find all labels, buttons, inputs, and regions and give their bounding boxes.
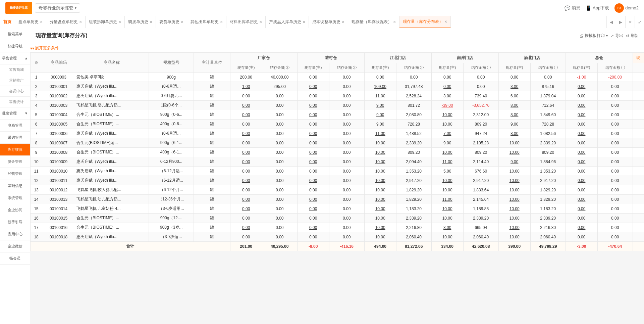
td-yubei-qty[interactable]: 10.00 <box>498 176 530 185</box>
td-lujiao-qty[interactable]: 0.00 <box>297 195 329 204</box>
td-jiangbei-qty[interactable]: 11.00 <box>364 91 396 101</box>
sidebar-item-enterprise[interactable]: 企业协同 <box>0 204 30 216</box>
sidebar-item-app-center[interactable]: 应用中心 <box>0 228 30 240</box>
td-fact-qty[interactable]: 0.00 <box>230 214 262 223</box>
td-fact-qty[interactable]: 0.00 <box>230 91 262 101</box>
sidebar-item-search[interactable]: 搜索英单 <box>0 28 30 40</box>
sidebar-item-finance[interactable]: 资金管理 <box>0 156 30 168</box>
td-lujiao-qty[interactable]: 0.00 <box>297 185 329 195</box>
td-fact-qty[interactable]: 0.00 <box>230 120 262 129</box>
td-lujiao-qty[interactable]: 0.00 <box>297 120 329 129</box>
close-icon[interactable]: ✕ <box>181 20 183 24</box>
td-yubei-qty[interactable]: 10.00 <box>498 167 530 176</box>
tab-product-in[interactable]: 产成品入库单历史 ✕ <box>266 16 309 28</box>
td-yubei-qty[interactable]: 8.00 <box>498 110 530 120</box>
sidebar-item-retail-store[interactable]: 零售商城 <box>0 64 30 75</box>
close-icon[interactable]: ✕ <box>444 20 447 24</box>
td-nanan-qty[interactable]: 10.00 <box>431 148 463 157</box>
sidebar-item-inventory[interactable]: 库存核算 <box>0 144 30 156</box>
td-total-qty[interactable]: 0.00 <box>566 82 597 91</box>
sidebar-item-operations[interactable]: 经营管理 <box>0 168 30 180</box>
td-jiangbei-qty[interactable]: 109.00 <box>364 82 396 91</box>
td-total-qty[interactable]: 0.00 <box>566 91 597 101</box>
td-fact-qty[interactable]: 0.00 <box>230 195 262 204</box>
td-jiangbei-qty[interactable]: 10.00 <box>364 157 396 167</box>
td-jiangbei-qty[interactable]: 10.00 <box>364 185 396 195</box>
nav-prev-btn[interactable]: ◀ <box>606 16 616 28</box>
td-nanan-qty[interactable]: 10.00 <box>431 110 463 120</box>
td-lujiao-qty[interactable]: 0.00 <box>297 176 329 185</box>
td-jiangbei-qty[interactable]: 9.00 <box>364 120 396 129</box>
td-total-qty[interactable]: 0.00 <box>566 223 597 232</box>
sidebar-item-retail-mgmt[interactable]: 零售管理 ▲ <box>0 52 30 64</box>
td-lujiao-qty[interactable]: 0.00 <box>297 223 329 232</box>
td-nanan-qty[interactable]: 0.00 <box>431 82 463 91</box>
td-jiangbei-qty[interactable]: 9.00 <box>364 110 396 120</box>
td-jiangbei-qty[interactable]: 10.00 <box>364 138 396 148</box>
td-nanan-qty[interactable]: 0.00 <box>431 73 463 82</box>
close-icon[interactable]: ✕ <box>150 20 152 24</box>
td-yubei-qty[interactable]: 9.00 <box>498 157 530 167</box>
tab-material-out[interactable]: 材料出库单历史 ✕ <box>226 16 266 28</box>
nav-next-btn[interactable]: ▶ <box>616 16 625 28</box>
td-jiangbei-qty[interactable]: 10.00 <box>364 232 396 242</box>
sidebar-item-system[interactable]: 系统管理 <box>0 192 30 204</box>
sidebar-item-purchase[interactable]: 采购管理 <box>0 132 30 144</box>
td-nanan-qty[interactable]: 11.00 <box>431 195 463 204</box>
td-nanan-qty[interactable]: 10.00 <box>431 120 463 129</box>
td-yubei-qty[interactable]: 0.00 <box>498 73 530 82</box>
td-total-qty[interactable]: 0.00 <box>566 195 597 204</box>
tab-diaopo[interactable]: 调拨单历史 ✕ <box>125 16 156 28</box>
close-icon[interactable]: ✕ <box>393 20 396 24</box>
tab-zuzhuan[interactable]: 组装拆卸单历史 ✕ <box>86 16 125 28</box>
td-total-qty[interactable]: 0.00 <box>566 157 597 167</box>
td-jiangbei-qty[interactable]: 10.00 <box>364 204 396 214</box>
td-nanan-qty[interactable]: 10.00 <box>431 232 463 242</box>
td-nanan-qty[interactable]: 7.00 <box>431 129 463 138</box>
tab-inventory-dist[interactable]: 现存量（库存分布表） ✕ <box>399 16 451 28</box>
td-total-qty[interactable]: 0.00 <box>566 138 597 148</box>
td-lujiao-qty[interactable]: 0.00 <box>297 148 329 157</box>
td-fact-qty[interactable]: 0.00 <box>230 185 262 195</box>
print-btn[interactable]: 🖨 按模板打印 ▾ <box>579 33 608 39</box>
td-yubei-qty[interactable]: 8.00 <box>498 101 530 110</box>
td-total-qty[interactable]: 0.00 <box>566 214 597 223</box>
td-fact-qty[interactable]: 0.00 <box>230 204 262 214</box>
close-icon[interactable]: ✕ <box>40 20 43 24</box>
nav-expand-btn[interactable]: ⤢ <box>635 16 644 28</box>
close-icon[interactable]: ✕ <box>259 20 262 24</box>
td-lujiao-qty[interactable]: 0.00 <box>297 73 329 82</box>
tab-fenpandian[interactable]: 分量盘点单历史 ✕ <box>46 16 86 28</box>
td-total-qty[interactable]: 0.00 <box>566 129 597 138</box>
td-total-qty[interactable]: 0.00 <box>566 232 597 242</box>
td-lujiao-qty[interactable]: 0.00 <box>297 138 329 148</box>
sidebar-item-basic-info[interactable]: 基础信息 <box>0 180 30 192</box>
close-icon[interactable]: ✕ <box>118 20 121 24</box>
td-nanan-qty[interactable]: 5.00 <box>431 167 463 176</box>
industry-selector[interactable]: 母婴行业演示陈套 ▾ <box>35 3 80 13</box>
td-nanan-qty[interactable]: 11.00 <box>431 157 463 167</box>
td-total-qty[interactable]: 0.00 <box>566 110 597 120</box>
sidebar-item-nav[interactable]: 快捷导航 <box>0 40 30 52</box>
tab-other-out[interactable]: 其他出库单历史 ✕ <box>187 16 226 28</box>
td-fact-qty[interactable]: 1.00 <box>230 82 262 91</box>
td-lujiao-qty[interactable]: 0.00 <box>297 232 329 242</box>
td-jiangbei-qty[interactable]: 10.00 <box>364 167 396 176</box>
td-fact-qty[interactable]: 0.00 <box>230 223 262 232</box>
export-btn[interactable]: ↗ 导出 <box>610 33 623 39</box>
td-yubei-qty[interactable]: 9.00 <box>498 120 530 129</box>
expand-more-btn[interactable]: ▾▾ 展开更多条件 <box>30 45 644 51</box>
nav-close-all-btn[interactable]: ✕ <box>625 16 635 28</box>
td-yubei-qty[interactable]: 10.00 <box>498 195 530 204</box>
tab-pandian[interactable]: 盘点单历史 ✕ <box>15 16 46 28</box>
td-total-qty[interactable]: 0.00 <box>566 185 597 195</box>
td-fact-qty[interactable]: 0.00 <box>230 167 262 176</box>
td-nanan-qty[interactable]: 10.00 <box>431 185 463 195</box>
tab-inventory-status[interactable]: 现存量（库存状况表） ✕ <box>348 16 399 28</box>
td-fact-qty[interactable]: 0.00 <box>230 148 262 157</box>
td-jiangbei-qty[interactable]: 10.00 <box>364 223 396 232</box>
td-yubei-qty[interactable]: 10.00 <box>498 214 530 223</box>
td-jiangbei-qty[interactable]: 9.00 <box>364 101 396 110</box>
td-fact-qty[interactable]: 0.00 <box>230 232 262 242</box>
td-yubei-qty[interactable]: 8.00 <box>498 129 530 138</box>
